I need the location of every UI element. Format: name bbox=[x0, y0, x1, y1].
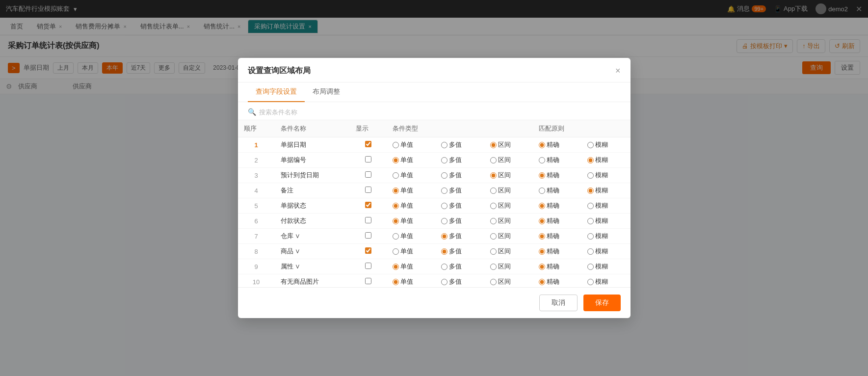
tab-query-settings[interactable]: 查询字段设置 bbox=[248, 82, 305, 94]
tab-layout-adjust[interactable]: 布局调整 bbox=[305, 82, 348, 94]
tab-query-label: 查询字段设置 bbox=[256, 87, 297, 94]
modal-title: 设置查询区域布局 bbox=[248, 66, 311, 76]
modal-close-button[interactable]: × bbox=[615, 66, 621, 76]
modal-dialog: 设置查询区域布局 × 查询字段设置 布局调整 🔍 顺序 条件名称 bbox=[238, 58, 631, 94]
modal-header: 设置查询区域布局 × bbox=[238, 58, 631, 82]
tab-layout-label: 布局调整 bbox=[313, 87, 340, 94]
modal-tabs: 查询字段设置 布局调整 bbox=[238, 82, 631, 94]
modal-overlay: 设置查询区域布局 × 查询字段设置 布局调整 🔍 顺序 条件名称 bbox=[0, 0, 868, 94]
